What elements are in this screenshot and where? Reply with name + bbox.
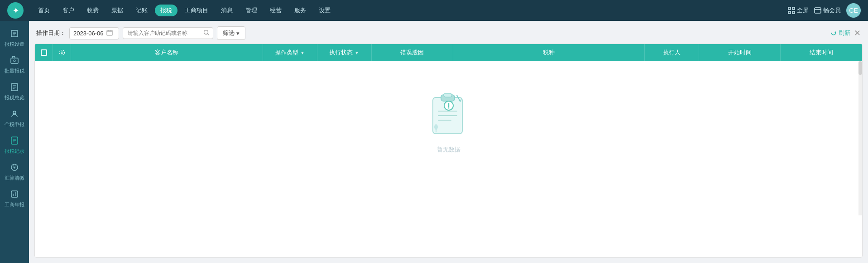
nav-settings[interactable]: 设置: [313, 5, 336, 16]
nav-invoice[interactable]: 票据: [106, 5, 129, 16]
sidebar-label-batch-tax: 批量报税: [5, 68, 24, 74]
member-icon: [814, 7, 821, 14]
sort-icon-operation-type: ▼: [300, 50, 305, 55]
nav-message[interactable]: 消息: [216, 5, 238, 16]
svg-line-31: [208, 34, 210, 35]
filter-label: 筛选: [223, 29, 235, 37]
svg-point-33: [59, 50, 64, 55]
sidebar-item-settlement[interactable]: ¥ 汇算清缴: [0, 158, 29, 185]
refresh-button[interactable]: 刷新: [830, 29, 850, 37]
member-label: 畅会员: [823, 6, 841, 15]
svg-rect-10: [11, 58, 18, 63]
nav-tax[interactable]: 报税: [155, 5, 177, 16]
sort-icon-exec-status: ▼: [355, 50, 359, 55]
header-checkbox[interactable]: [41, 49, 47, 56]
sidebar-label-annual-report: 工商年报: [5, 201, 24, 208]
sidebar-label-tax-record: 报税记录: [5, 148, 24, 155]
top-navigation: ✦ 首页 客户 收费 票据 记账 报税 工商项目 消息 管理 经营 服务 设置 …: [0, 0, 868, 21]
search-wrapper: [123, 27, 213, 39]
member-button[interactable]: 畅会员: [814, 6, 841, 15]
svg-point-45: [434, 124, 438, 130]
th-tax-type-label: 税种: [543, 49, 555, 57]
nav-customer[interactable]: 客户: [57, 5, 80, 16]
scrollbar-thumb[interactable]: [858, 61, 862, 75]
top-nav-right: 全屏 畅会员 CE: [788, 3, 861, 18]
svg-point-42: [448, 107, 449, 109]
avatar-text: CE: [849, 7, 858, 14]
sidebar-label-tax-summary: 报税总览: [5, 94, 24, 101]
nav-finance[interactable]: 经营: [264, 5, 287, 16]
refresh-label: 刷新: [839, 29, 850, 37]
sidebar-item-batch-tax[interactable]: 批量报税: [0, 51, 29, 78]
content-area: 操作日期： 2023-06-06: [29, 21, 868, 263]
th-checkbox[interactable]: [35, 44, 53, 61]
th-exec-status-label: 执行状态: [329, 49, 353, 57]
sidebar-item-tax-record[interactable]: 报税记录: [0, 132, 29, 158]
date-picker[interactable]: 2023-06-06: [69, 27, 119, 39]
empty-text: 暂无数据: [437, 146, 460, 154]
annual-report-icon: [9, 189, 20, 200]
nav-business[interactable]: 工商项目: [179, 5, 214, 16]
empty-state: 暂无数据: [35, 61, 862, 181]
th-tax-type: 税种: [453, 44, 645, 61]
nav-manage[interactable]: 管理: [240, 5, 263, 16]
fullscreen-label: 全屏: [797, 6, 809, 15]
settlement-icon: ¥: [9, 162, 20, 173]
main-layout: 报税设置 批量报税 报税总览: [0, 21, 868, 263]
svg-rect-36: [444, 93, 452, 97]
sidebar-label-tax-settings: 报税设置: [5, 41, 24, 48]
nav-account[interactable]: 记账: [130, 5, 153, 16]
th-start-time-label: 开始时间: [728, 49, 752, 57]
batch-tax-icon: [9, 55, 20, 66]
th-executor-label: 执行人: [663, 49, 681, 57]
nav-billing[interactable]: 收费: [82, 5, 104, 16]
svg-rect-0: [788, 7, 791, 10]
th-start-time: 开始时间: [699, 44, 781, 61]
chevron-down-icon: ▾: [236, 30, 240, 37]
logo-icon: ✦: [13, 6, 19, 15]
personal-tax-icon: [9, 108, 20, 119]
th-end-time-label: 结束时间: [810, 49, 833, 57]
svg-rect-2: [788, 11, 791, 14]
scrollbar[interactable]: [858, 61, 862, 215]
nav-items: 首页 客户 收费 票据 记账 报税 工商项目 消息 管理 经营 服务 设置: [33, 5, 788, 16]
svg-rect-26: [107, 30, 112, 35]
sidebar-item-tax-settings[interactable]: 报税设置: [0, 24, 29, 51]
calendar-icon: [106, 29, 113, 37]
th-operation-type[interactable]: 操作类型 ▼: [263, 44, 317, 61]
tax-summary-icon: [9, 82, 20, 93]
close-button[interactable]: ✕: [854, 28, 861, 38]
svg-rect-3: [792, 11, 795, 14]
nav-service[interactable]: 服务: [289, 5, 312, 16]
nav-home[interactable]: 首页: [33, 5, 55, 16]
th-error-reason-label: 错误股因: [400, 49, 424, 57]
fullscreen-icon: [788, 7, 795, 14]
svg-rect-4: [815, 8, 821, 13]
tax-record-icon: [9, 135, 20, 146]
data-table: 客户名称 操作类型 ▼ 执行状态 ▼ 错误股因 税种 执行人: [34, 44, 863, 258]
avatar[interactable]: CE: [846, 3, 861, 18]
sidebar-item-annual-report[interactable]: 工商年报: [0, 185, 29, 212]
svg-point-11: [14, 60, 15, 62]
th-error-reason: 错误股因: [372, 44, 453, 61]
svg-rect-1: [792, 7, 795, 10]
search-input[interactable]: [123, 27, 213, 39]
empty-illustration: [426, 88, 471, 138]
svg-rect-23: [11, 191, 18, 197]
filter-button[interactable]: 筛选 ▾: [217, 26, 245, 40]
sidebar-item-tax-summary[interactable]: 报税总览: [0, 78, 29, 105]
sidebar-item-personal-tax[interactable]: 个税申报: [0, 105, 29, 132]
sidebar-label-personal-tax: 个税申报: [5, 121, 24, 128]
toolbar: 操作日期： 2023-06-06: [34, 26, 863, 40]
sidebar-label-settlement: 汇算清缴: [5, 175, 24, 181]
date-label: 操作日期：: [36, 29, 66, 37]
fullscreen-button[interactable]: 全屏: [788, 6, 809, 15]
th-exec-status[interactable]: 执行状态 ▼: [317, 44, 372, 61]
search-icon[interactable]: [203, 29, 210, 37]
th-settings[interactable]: [53, 44, 71, 61]
th-client-name: 客户名称: [71, 44, 263, 61]
svg-point-30: [204, 30, 208, 34]
logo[interactable]: ✦: [7, 2, 24, 19]
th-client-name-label: 客户名称: [155, 49, 178, 57]
table-header: 客户名称 操作类型 ▼ 执行状态 ▼ 错误股因 税种 执行人: [35, 44, 862, 61]
